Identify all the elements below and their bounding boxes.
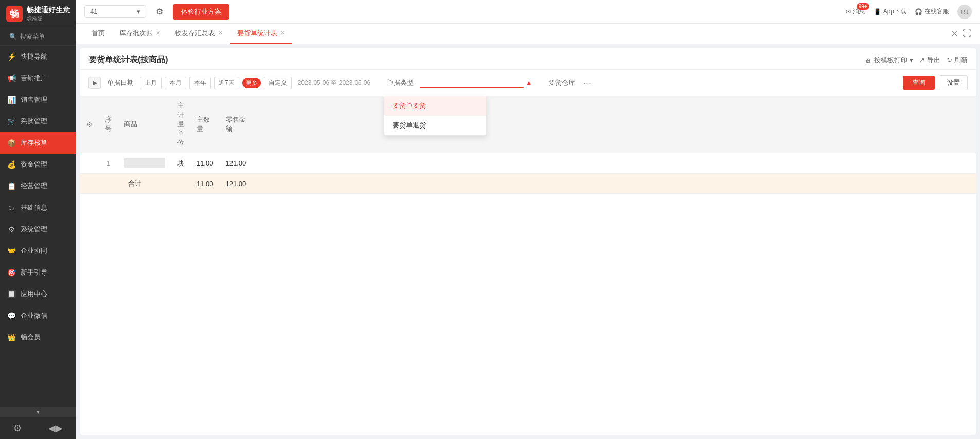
date-btn-custom[interactable]: 自定义 (264, 77, 292, 89)
sidebar-item-sales[interactable]: 📊 销售管理 (0, 89, 76, 111)
sidebar-item-label: 基础信息 (21, 203, 47, 212)
sidebar-item-wechat[interactable]: 💬 企业微信 (0, 305, 76, 326)
search-menu-label: 搜索菜单 (20, 32, 45, 41)
sidebar-item-label: 库存核算 (21, 138, 47, 148)
query-btn[interactable]: 查询 (903, 76, 935, 90)
dropdown-item-order-return[interactable]: 要货单退货 (384, 116, 486, 135)
sidebar-item-appstore[interactable]: 🔲 应用中心 (0, 283, 76, 305)
table-header-row: ⚙ 序号 商品 主计量单位 主数量 零售金额 (80, 96, 976, 153)
collapse-sidebar-btn[interactable]: ◀▶ (48, 423, 63, 434)
tab-batch-inventory[interactable]: 库存批次账 ✕ (112, 24, 168, 44)
th-quantity: 主数量 (190, 96, 220, 153)
tab-collect-report[interactable]: 收发存汇总表 ✕ (168, 24, 230, 44)
company-selector[interactable]: 41 ▾ (84, 5, 146, 18)
sidebar-item-marketing[interactable]: 📢 营销推广 (0, 67, 76, 89)
sidebar-item-label: 经营管理 (21, 181, 47, 191)
filter-expand-btn[interactable]: ▶ (88, 77, 101, 89)
user-avatar[interactable]: Rit (957, 5, 972, 19)
tab-order-stats-close[interactable]: ✕ (280, 30, 285, 36)
th-unit: 主计量单位 (171, 96, 190, 153)
date-btn-this-year[interactable]: 本年 (189, 77, 211, 89)
sidebar-scroll-down[interactable]: ▼ (0, 407, 76, 417)
inventory-icon: 📦 (6, 138, 16, 148)
message-btn[interactable]: ✉ 消息 99+ (846, 7, 865, 16)
tab-collect-report-close[interactable]: ✕ (218, 30, 223, 36)
tabs-close-all-btn[interactable]: ✕ (951, 28, 958, 40)
sidebar-item-member[interactable]: 👑 畅会员 (0, 326, 76, 348)
th-extra (252, 96, 976, 153)
td-settings (80, 153, 99, 174)
sidebar-item-label: 应用中心 (21, 289, 47, 299)
message-badge: 99+ (857, 3, 869, 10)
sidebar-logo: 畅 畅捷通好生意 标准版 (0, 0, 76, 28)
tab-home[interactable]: 首页 (84, 24, 112, 44)
member-icon: 👑 (6, 332, 16, 342)
export-btn[interactable]: ↗ 导出 (919, 56, 940, 65)
sidebar: 畅 畅捷通好生意 标准版 🔍 搜索菜单 ⚡ 快捷导航 📢 营销推广 📊 销售管理… (0, 0, 76, 439)
marketing-icon: 📢 (6, 73, 16, 83)
dropdown-item-order-goods[interactable]: 要货单要货 (384, 96, 486, 116)
th-amount: 零售金额 (220, 96, 253, 153)
settings-btn[interactable]: 设置 (939, 75, 968, 90)
tab-order-stats[interactable]: 要货单统计表 ✕ (230, 24, 292, 44)
type-dropdown-arrow[interactable]: ▲ (526, 79, 532, 86)
date-btn-last-month[interactable]: 上月 (140, 77, 162, 89)
date-btn-this-month[interactable]: 本月 (165, 77, 186, 89)
topbar-right: ✉ 消息 99+ 📱 App下载 🎧 在线客服 Rit (846, 5, 972, 19)
system-icon: ⚙ (6, 224, 16, 234)
sidebar-item-label: 系统管理 (21, 225, 47, 234)
table-container: ⚙ 序号 商品 主计量单位 主数量 零售金额 1 (80, 96, 976, 194)
sidebar-item-basic[interactable]: 🗂 基础信息 (0, 197, 76, 218)
sidebar-item-label: 企业协同 (21, 246, 47, 255)
sidebar-item-inventory[interactable]: 📦 库存核算 (0, 132, 76, 154)
product-name-tag (124, 158, 165, 168)
sidebar-item-quick-nav[interactable]: ⚡ 快捷导航 (0, 46, 76, 67)
wechat-icon: 💬 (6, 310, 16, 321)
settings-bottom-btn[interactable]: ⚙ (13, 423, 22, 434)
total-empty-settings (80, 174, 99, 194)
tabs-expand-btn[interactable]: ⛶ (963, 28, 972, 39)
service-icon: 🎧 (915, 8, 922, 15)
sidebar-menu: ⚡ 快捷导航 📢 营销推广 📊 销售管理 🛒 采购管理 📦 库存核算 💰 资金管… (0, 46, 76, 407)
sidebar-item-label: 采购管理 (21, 117, 47, 126)
td-unit: 块 (171, 153, 190, 174)
export-label: 导出 (927, 56, 940, 65)
sidebar-item-purchase[interactable]: 🛒 采购管理 (0, 111, 76, 132)
main-area: 41 ▾ ⚙ 体验行业方案 ✉ 消息 99+ 📱 App下载 🎧 在线客服 Ri… (76, 0, 980, 439)
sidebar-item-enterprise[interactable]: 🤝 企业协同 (0, 240, 76, 262)
type-dropdown-popup: 要货单要货 要货单退货 (384, 96, 487, 136)
sidebar-item-label: 营销推广 (21, 74, 47, 83)
tab-collect-report-label: 收发存汇总表 (175, 29, 215, 38)
sidebar-item-finance[interactable]: 💰 资金管理 (0, 154, 76, 175)
tab-batch-inventory-label: 库存批次账 (119, 29, 153, 38)
service-label: 在线客服 (924, 7, 949, 16)
print-icon: 🖨 (865, 56, 872, 64)
trial-btn[interactable]: 体验行业方案 (173, 4, 229, 20)
refresh-btn[interactable]: ↻ 刷新 (947, 56, 968, 65)
warehouse-filter-dots[interactable]: ··· (583, 78, 591, 87)
sidebar-item-system[interactable]: ⚙ 系统管理 (0, 218, 76, 240)
type-filter-input[interactable] (420, 78, 524, 88)
app-download-btn[interactable]: 📱 App下载 (874, 7, 906, 16)
logo-icon: 畅 (6, 6, 23, 22)
th-product: 商品 (118, 96, 171, 153)
finance-icon: 💰 (6, 159, 16, 170)
sidebar-bottom: ⚙ ◀▶ (0, 417, 76, 439)
online-service-btn[interactable]: 🎧 在线客服 (915, 7, 949, 16)
td-product (118, 153, 171, 174)
th-settings[interactable]: ⚙ (80, 96, 99, 153)
print-template-btn[interactable]: 🖨 按模板打印 ▾ (865, 56, 913, 65)
selector-chevron-icon: ▾ (137, 8, 140, 15)
sidebar-item-operation[interactable]: 📋 经营管理 (0, 175, 76, 197)
table-row: 1 块 11.00 121.00 (80, 153, 976, 174)
sidebar-item-guide[interactable]: 🎯 新手引导 (0, 262, 76, 283)
date-btn-7days[interactable]: 近7天 (214, 77, 239, 89)
topbar-gear-btn[interactable]: ⚙ (152, 5, 167, 19)
total-row: 合计 11.00 121.00 (80, 174, 976, 194)
search-menu-item[interactable]: 🔍 搜索菜单 (0, 28, 76, 46)
td-num: 1 (99, 153, 118, 174)
tab-batch-inventory-close[interactable]: ✕ (156, 30, 161, 36)
filter-action-btns: 查询 设置 (903, 75, 968, 90)
date-btn-more[interactable]: 更多 (242, 78, 261, 88)
data-table: ⚙ 序号 商品 主计量单位 主数量 零售金额 1 (80, 96, 976, 194)
